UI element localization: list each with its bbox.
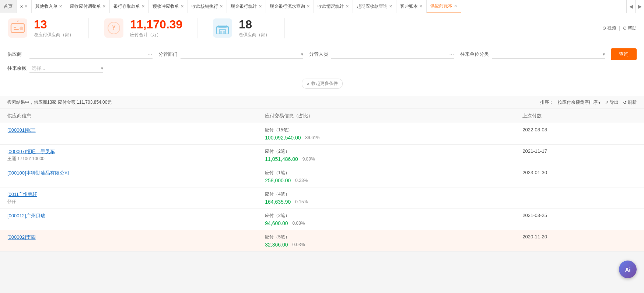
supplier-link-0[interactable]: [000001]张三 xyxy=(7,127,36,133)
last-pay-cell-1: 2021-11-17 xyxy=(515,145,644,166)
nav-tab-customer-book[interactable]: 客户账本 ✕ xyxy=(396,0,427,13)
sort-select[interactable]: 按应付余额倒序排序 ▾ xyxy=(558,99,601,106)
transaction-cell-5: 应付（5笔） 32,366.00 0.03% xyxy=(258,230,515,252)
nav-arrows: ◀ ▶ xyxy=(626,0,644,13)
filter-section: 供应商 ··· 分管部门 ▾ 分管人员 ··· 往来单位分类 ▾ xyxy=(0,43,644,96)
svg-rect-13 xyxy=(217,27,228,28)
payable-total-icon: ¥ xyxy=(104,18,124,38)
supplier-cell-5: [000002]李四 xyxy=(0,230,258,252)
tx-row-4: 94,600.00 0.08% xyxy=(265,220,508,226)
dept-chevron-icon[interactable]: ▾ xyxy=(301,52,303,57)
nav-tab-collection-stats[interactable]: 收款情况统计 ✕ xyxy=(314,0,353,13)
nav-tab-cash-flow-label: 现金银行流水查询 xyxy=(270,3,305,10)
nav-tab-overdue-close[interactable]: ✕ xyxy=(389,4,392,9)
category-chevron-icon[interactable]: ▾ xyxy=(603,52,605,57)
nav-next-arrow[interactable]: ▶ xyxy=(635,0,644,13)
tx-percent-4: 0.08% xyxy=(292,221,305,226)
table-row: [000007]恒旺二手叉车王通 17106110000 应付（2笔） 11,0… xyxy=(0,145,644,166)
supplier-link-3[interactable]: [001]广州荣轩 xyxy=(7,192,37,197)
col-header-supplier: 供应商信息 xyxy=(0,109,258,123)
nav-tab-overdue-label: 超期应收款查询 xyxy=(357,3,388,10)
tx-label-5: 应付（5笔） xyxy=(265,234,508,240)
svg-point-2 xyxy=(20,27,23,30)
nav-tab-bank-deposit[interactable]: 银行存取款单 ✕ xyxy=(110,0,149,13)
last-pay-cell-5: 2020-11-20 xyxy=(515,230,644,252)
search-button[interactable]: 查询 xyxy=(611,48,637,60)
nav-tab-collection-label: 收款核销执行 xyxy=(192,3,218,10)
refresh-icon: ↺ xyxy=(623,100,627,105)
video-link[interactable]: ⊙ 视频 xyxy=(602,25,616,31)
nav-tab-home-label: 首页 xyxy=(4,3,13,10)
tx-percent-0: 89.61% xyxy=(305,135,321,140)
nav-tab-prepay-close[interactable]: ✕ xyxy=(181,4,184,9)
nav-tab-prepay[interactable]: 预收冲应收单 ✕ xyxy=(149,0,188,13)
tx-label-3: 应付（4笔） xyxy=(265,191,508,197)
person-dots-icon[interactable]: ··· xyxy=(449,51,454,58)
transaction-cell-1: 应付（2笔） 11,051,486.00 9.89% xyxy=(258,145,515,166)
supplier-cell-1: [000007]恒旺二手叉车王通 17106110000 xyxy=(0,145,258,166)
svg-rect-11 xyxy=(220,31,222,34)
payable-suppliers-value: 13 xyxy=(34,18,74,31)
nav-tab-customer-book-close[interactable]: ✕ xyxy=(419,4,423,9)
collapse-button[interactable]: ∧ 收起更多条件 xyxy=(302,79,343,89)
nav-tab-adjustment[interactable]: 应收应付调整单 ✕ xyxy=(66,0,110,13)
export-label: 导出 xyxy=(610,99,619,106)
supplier-sub-3: 仔仔 xyxy=(7,199,250,205)
nav-tab-cash-stats-close[interactable]: ✕ xyxy=(259,4,262,9)
col-header-transaction: 应付交易信息（占比） xyxy=(258,109,515,123)
filter-dept: 分管部门 ▾ xyxy=(158,50,304,59)
payable-total-value: 11,170.39 xyxy=(130,18,182,31)
nav-tab-other-income[interactable]: 其他收入单 ✕ xyxy=(32,0,66,13)
last-pay-date-1: 2021-11-17 xyxy=(522,148,547,154)
last-pay-date-2: 2023-01-30 xyxy=(522,170,547,175)
payable-suppliers-icon: ¥ xyxy=(7,18,28,38)
balance-chevron-icon[interactable]: ▾ xyxy=(101,66,103,71)
supplier-link-1[interactable]: [000007]恒旺二手叉车 xyxy=(7,149,55,154)
total-suppliers-label: 总供应商（家） xyxy=(239,32,270,38)
supplier-cell-0: [000001]张三 xyxy=(0,123,258,145)
supplier-link-5[interactable]: [000002]李四 xyxy=(7,234,36,240)
refresh-label: 刷新 xyxy=(628,99,637,106)
nav-tab-3[interactable]: 3 ✕ xyxy=(17,0,32,13)
nav-tab-overdue[interactable]: 超期应收款查询 ✕ xyxy=(353,0,396,13)
nav-tab-supplier-book-label: 供应商账本 xyxy=(430,3,452,9)
nav-tab-cash-stats[interactable]: 现金银行统计 ✕ xyxy=(227,0,266,13)
tx-percent-1: 9.89% xyxy=(302,156,315,162)
nav-tab-supplier-book[interactable]: 供应商账本 ✕ xyxy=(427,0,461,13)
refresh-button[interactable]: ↺ 刷新 xyxy=(623,99,637,106)
last-pay-date-0: 2022-08-08 xyxy=(522,127,547,132)
category-input[interactable] xyxy=(492,50,603,58)
nav-tab-collection-close[interactable]: ✕ xyxy=(220,4,223,9)
nav-tab-cash-flow[interactable]: 现金银行流水查询 ✕ xyxy=(266,0,314,13)
supplier-link-2[interactable]: [000100]本特勤油品有限公司 xyxy=(7,170,69,176)
nav-tab-3-close[interactable]: ✕ xyxy=(24,4,28,9)
transaction-cell-2: 应付（1笔） 258,000.00 0.23% xyxy=(258,166,515,187)
tx-label-4: 应付（2笔） xyxy=(265,213,508,219)
supplier-input[interactable] xyxy=(29,50,147,58)
sort-chevron-icon: ▾ xyxy=(598,100,601,105)
nav-tab-home[interactable]: 首页 xyxy=(0,0,17,13)
dept-input[interactable] xyxy=(181,50,301,58)
balance-input[interactable] xyxy=(29,64,101,72)
nav-tab-adjustment-close[interactable]: ✕ xyxy=(102,4,106,9)
collapse-label: 收起更多条件 xyxy=(311,80,338,87)
supplier-cell-2: [000100]本特勤油品有限公司 xyxy=(0,166,258,187)
nav-prev-arrow[interactable]: ◀ xyxy=(626,0,635,13)
stat-right-links: ⊙ 视频 | ⊙ 帮助 xyxy=(602,25,637,31)
nav-tab-collection-stats-close[interactable]: ✕ xyxy=(346,4,349,9)
supplier-link-4[interactable]: [000012]广州贝瑞 xyxy=(7,213,45,218)
export-button[interactable]: ↗ 导出 xyxy=(605,99,619,106)
filter-row-2: 往来余额 ▾ xyxy=(7,64,637,73)
tx-amount-3: 164,635.90 xyxy=(265,199,291,205)
nav-tab-supplier-book-close[interactable]: ✕ xyxy=(454,4,457,8)
transaction-cell-0: 应付（15笔） 100,092,540.00 89.61% xyxy=(258,123,515,145)
nav-tab-other-income-close[interactable]: ✕ xyxy=(59,4,62,9)
person-input[interactable] xyxy=(331,50,449,58)
supplier-dots-icon[interactable]: ··· xyxy=(147,51,152,58)
last-pay-date-4: 2021-03-25 xyxy=(522,213,547,218)
nav-tab-bank-deposit-close[interactable]: ✕ xyxy=(141,4,145,9)
help-link[interactable]: ⊙ 帮助 xyxy=(623,25,637,31)
svg-text:¥: ¥ xyxy=(17,20,19,23)
nav-tab-cash-flow-close[interactable]: ✕ xyxy=(307,4,310,9)
nav-tab-collection[interactable]: 收款核销执行 ✕ xyxy=(188,0,227,13)
